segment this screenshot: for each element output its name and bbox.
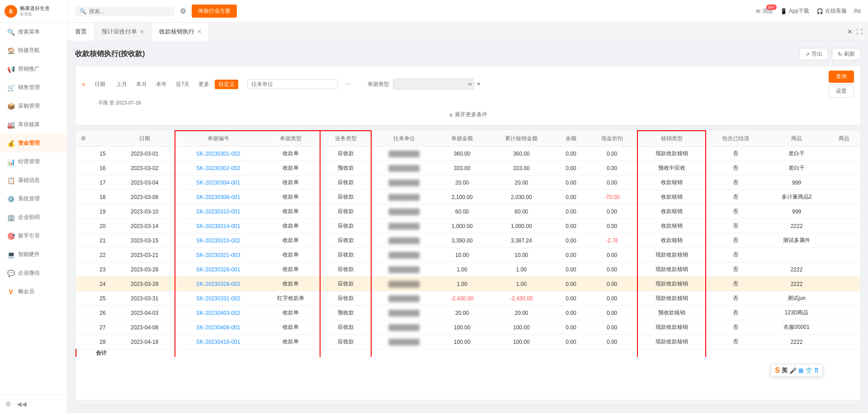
doc-no-link[interactable]: SK-20230328-002	[196, 281, 240, 287]
doc-no-link[interactable]: SK-20230301-002	[196, 151, 240, 157]
app-download-button[interactable]: 📱 App下载	[780, 7, 809, 15]
footer-product	[765, 349, 828, 357]
type-select[interactable]	[393, 79, 474, 90]
sidebar-item-search[interactable]: 🔍 搜索菜单	[0, 23, 67, 41]
table-row[interactable]: 21 2023-03-15 SK-20230315-002 收款单 应收款 ██…	[76, 233, 860, 248]
message-button[interactable]: ✉ 消息 99+	[756, 7, 773, 15]
export-icon: ↗	[805, 51, 810, 57]
table-row[interactable]: 19 2023-03-10 SK-20230310-001 收款单 应收款 ██…	[76, 204, 860, 219]
doc-no-link[interactable]: SK-20230308-001	[196, 194, 240, 200]
filter-toggle-icon[interactable]: »	[82, 81, 85, 88]
sidebar-item-system[interactable]: ⚙️ 系统管理	[0, 190, 67, 208]
sidebar-item-marketing[interactable]: 📢 营销推广	[0, 60, 67, 78]
cell-cumcancel: 20.00	[488, 306, 555, 320]
cell-counterparty: ████████	[371, 277, 436, 291]
sidebar-item-sales[interactable]: 🛒 销售管理	[0, 78, 67, 97]
table-row[interactable]: 23 2023-03-28 SK-20230328-001 收款单 应收款 ██…	[76, 262, 860, 277]
cell-product: 多计量商品2	[765, 190, 828, 204]
table-wrapper[interactable]: ⚙ 日期 单据编号 单据类型 业务类型 往来单位 单据金额 累计核销金额 余额 …	[75, 130, 860, 400]
cell-product2	[828, 262, 860, 277]
cell-docno: SK-20230315-002	[175, 233, 261, 248]
table-row[interactable]: 20 2023-03-14 SK-20230314-001 收款单 应收款 ██…	[76, 219, 860, 233]
scrollbar[interactable]	[75, 400, 860, 405]
date-btn-last-month[interactable]: 上月	[113, 80, 131, 89]
sidebar-item-member[interactable]: V 畅会员	[0, 282, 67, 301]
tab-writeoff[interactable]: 收款核销执行 ✕	[152, 23, 209, 41]
logo-icon: 6	[5, 5, 17, 18]
date-btn-this-month[interactable]: 本月	[132, 80, 151, 89]
unit-picker-icon[interactable]: ···	[345, 80, 351, 88]
table-row[interactable]: 15 2023-03-01 SK-20230301-002 收款单 应收款 ██…	[76, 147, 860, 161]
search-input[interactable]	[89, 8, 152, 14]
cell-counterparty: ████████	[371, 233, 436, 248]
sidebar-item-purchase[interactable]: 📦 采购管理	[0, 97, 67, 115]
doc-no-link[interactable]: SK-20230331-002	[196, 295, 240, 302]
doc-no-link[interactable]: SK-20230403-002	[196, 310, 240, 316]
doc-no-link[interactable]: SK-20230408-001	[196, 324, 240, 331]
sidebar-item-wechat[interactable]: 💬 企业微信	[0, 264, 67, 282]
doc-no-link[interactable]: SK-20230304-001	[196, 180, 240, 186]
table-row[interactable]: 22 2023-03-21 SK-20230321-003 收款单 应收款 ██…	[76, 248, 860, 262]
main-area: 🔍 ⚙ 体验行业方案 ✉ 消息 99+ 📱 App下载 🎧 在线客服 Rit	[68, 0, 868, 413]
query-button[interactable]: 查询	[829, 71, 854, 83]
sidebar-item-inventory[interactable]: 🏭 库存核算	[0, 115, 67, 134]
table-row[interactable]: 28 2023-04-18 SK-20230418-001 收款单 应收款 ██…	[76, 335, 860, 349]
close-window-icon[interactable]: ✕	[847, 28, 853, 35]
unit-input[interactable]	[247, 79, 338, 89]
cell-amount: 1.00	[436, 262, 488, 277]
date-btn-this-year[interactable]: 本年	[152, 80, 170, 89]
tab-close-icon[interactable]: ✕	[140, 28, 144, 35]
sidebar-item-finance[interactable]: 💰 资金管理	[0, 134, 67, 152]
trial-button[interactable]: 体验行业方案	[192, 5, 237, 18]
doc-no-link[interactable]: SK-20230302-002	[196, 165, 240, 171]
export-button[interactable]: ↗ 导出	[799, 48, 828, 60]
cell-cumcancel: 1,000.00	[488, 219, 555, 233]
cell-docno: SK-20230408-001	[175, 320, 261, 335]
expand-conditions-btn[interactable]: ∨ 展开更多条件	[82, 109, 854, 120]
cell-biztype: 应收款	[320, 204, 371, 219]
user-account[interactable]: Rit	[854, 8, 861, 14]
doc-no-link[interactable]: SK-20230321-003	[196, 252, 240, 258]
tab-close-icon-2[interactable]: ✕	[197, 28, 202, 35]
table-row[interactable]: 24 2023-03-28 SK-20230328-002 收款单 应收款 ██…	[76, 277, 860, 291]
doc-no-link[interactable]: SK-20230314-001	[196, 223, 240, 229]
table-row[interactable]: 17 2023-03-04 SK-20230304-001 收款单 应收款 ██…	[76, 176, 860, 190]
maximize-icon[interactable]: ⛶	[856, 28, 863, 35]
cell-balance: 0.00	[555, 176, 587, 190]
doc-no-link[interactable]: SK-20230310-001	[196, 209, 240, 215]
sidebar-item-basic[interactable]: 📋 基础信息	[0, 171, 67, 190]
sidebar-item-enterprise[interactable]: 🏢 企业协同	[0, 208, 67, 227]
sidebar-item-newbie[interactable]: 🎯 新手引导	[0, 227, 67, 245]
cell-gear	[76, 176, 90, 190]
tab-home[interactable]: 首页	[68, 23, 94, 41]
cell-cumcancel: 100.00	[488, 335, 555, 349]
doc-no-link[interactable]: SK-20230418-001	[196, 339, 240, 345]
table-row[interactable]: 16 2023-03-02 SK-20230302-002 收款单 预收款 ██…	[76, 161, 860, 176]
table-row[interactable]: 25 2023-03-31 SK-20230331-002 红字收款单 应收款 …	[76, 291, 860, 306]
date-btn-7days[interactable]: 近7天	[172, 80, 193, 89]
settings-bottom-icon[interactable]: ⚙	[5, 400, 11, 408]
setting-button[interactable]: 设置	[829, 85, 854, 98]
sidebar-item-business[interactable]: 📊 经营管理	[0, 152, 67, 171]
cell-biztype: 应收款	[320, 262, 371, 277]
cell-doctype: 收款单	[261, 277, 321, 291]
date-btn-more[interactable]: 更多	[195, 80, 213, 89]
col-header-gear[interactable]: ⚙	[76, 131, 90, 147]
date-custom-btn[interactable]: 自定义	[215, 80, 238, 89]
gear-settings-icon[interactable]: ⚙	[180, 7, 186, 15]
table-row[interactable]: 26 2023-04-03 SK-20230403-002 收款单 预收款 ██…	[76, 306, 860, 320]
table-row[interactable]: 27 2023-04-08 SK-20230408-001 收款单 应收款 ██…	[76, 320, 860, 335]
cell-biztype: 应收款	[320, 335, 371, 349]
sidebar-item-quicknav[interactable]: 🏠 快捷导航	[0, 41, 67, 60]
doc-no-link[interactable]: SK-20230315-002	[196, 237, 240, 244]
footer-doctype	[261, 349, 321, 357]
sidebar-item-hardware[interactable]: 💻 智能硬件	[0, 245, 67, 264]
tab-receivable[interactable]: 预计应收付单 ✕	[94, 23, 152, 41]
online-service-button[interactable]: 🎧 在线客服	[816, 7, 847, 15]
doc-no-link[interactable]: SK-20230328-001	[196, 266, 240, 273]
cell-product: 测试jun	[765, 291, 828, 306]
collapse-icon[interactable]: ◀◀	[17, 400, 27, 408]
refresh-button[interactable]: ↻ 刷新	[832, 48, 861, 60]
cell-amount: 10.00	[436, 248, 488, 262]
table-row[interactable]: 18 2023-03-08 SK-20230308-001 收款单 应收款 ██…	[76, 190, 860, 204]
